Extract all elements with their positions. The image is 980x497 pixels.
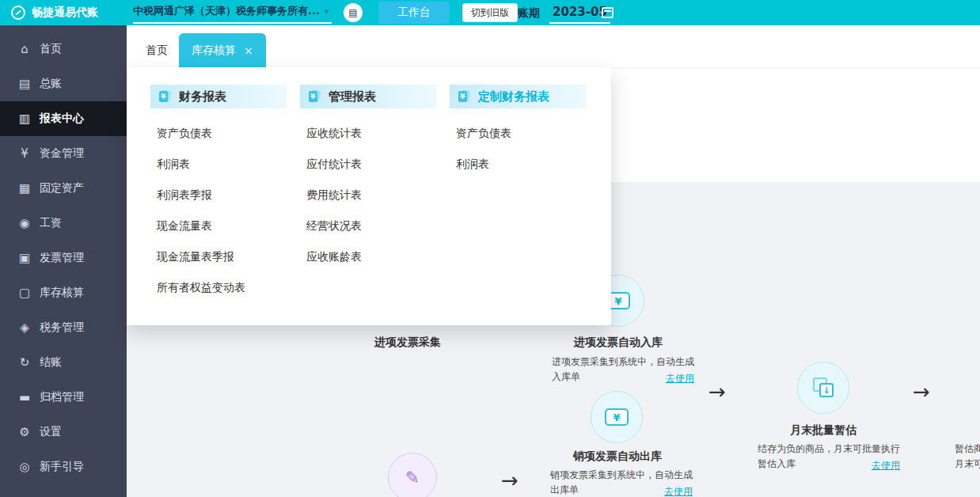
menu-item[interactable]: 应付统计表 xyxy=(306,149,436,180)
sidebar-item-label: 结账 xyxy=(40,355,62,370)
invoice-bill-icon: ¥ xyxy=(605,408,629,426)
use-link-auto-inbound[interactable]: 去使用 xyxy=(666,371,694,386)
logo-icon xyxy=(11,6,25,20)
period-label: 账期 xyxy=(518,0,540,25)
sidebar-item-fixed-assets[interactable]: ▦固定资产 xyxy=(0,171,127,206)
menu-item[interactable]: 现金流量表 xyxy=(157,211,287,241)
calendar-icon[interactable] xyxy=(602,7,613,18)
step-desc-auto-outbound: 销项发票采集到系统中，自动生成出库单 去使用 xyxy=(550,468,694,497)
menu-column-management-reports: ¥ 管理报表 应收统计表应付统计表费用统计表经营状况表应收账龄表 xyxy=(300,85,436,325)
sidebar-item-tax[interactable]: ◈税务管理 xyxy=(0,310,127,345)
use-link-auto-outbound[interactable]: 去使用 xyxy=(664,484,693,497)
sidebar-item-funds[interactable]: ¥资金管理 xyxy=(0,136,127,171)
building-icon: ▦ xyxy=(17,181,32,195)
gear-icon: ⚙ xyxy=(17,425,32,439)
tab-inventory-accounting[interactable]: 库存核算 × xyxy=(179,33,266,67)
month-end-estimate-icon: ↓ xyxy=(797,362,849,414)
download-arrow-icon: ↓ xyxy=(819,383,834,397)
menu-item[interactable]: 现金流量表季报 xyxy=(157,241,287,272)
menu-column-title: 定制财务报表 xyxy=(478,89,549,104)
menu-column-custom-financial-reports: ¥ 定制财务报表 资产负债表利润表 xyxy=(450,85,586,325)
menu-items-management: 应收统计表应付统计表费用统计表经营状况表应收账龄表 xyxy=(300,118,436,272)
sidebar-item-label: 新手引导 xyxy=(40,460,84,474)
menu-column-header: ¥ 定制财务报表 xyxy=(450,85,586,108)
sidebar-item-label: 发票管理 xyxy=(40,251,84,265)
tabbar: 首页 库存核算 × xyxy=(127,25,980,67)
step-desc-auto-inbound: 进项发票采集到系统中，自动生成入库单 去使用 xyxy=(552,355,696,386)
menu-column-title: 财务报表 xyxy=(179,89,226,104)
app-logo: 畅捷通易代账 xyxy=(0,0,127,25)
chevron-down-icon: ▾ xyxy=(325,6,329,17)
step-title-auto-outbound: 销项发票自动出库 xyxy=(550,450,685,464)
company-selector[interactable]: 中税网通广泽（天津）税务师事务所有... ▾ xyxy=(133,0,332,24)
menu-item[interactable]: 经营状况表 xyxy=(306,211,436,241)
sidebar-item-label: 资金管理 xyxy=(40,146,84,161)
document-icon[interactable]: ▤ xyxy=(344,3,363,22)
svg-text:¥: ¥ xyxy=(310,93,316,101)
sidebar-item-general-ledger[interactable]: ▤总账 xyxy=(0,66,127,101)
report-center-megamenu: ¥ 财务报表 资产负债表利润表利润表季报现金流量表现金流量表季报所有者权益变动表… xyxy=(127,67,611,325)
tab-home[interactable]: 首页 xyxy=(133,33,180,67)
sidebar-item-label: 报表中心 xyxy=(40,112,84,126)
output-invoice-collect-icon: ✎ xyxy=(388,453,437,497)
menu-item[interactable]: 利润表 xyxy=(157,149,287,180)
sidebar-item-label: 设置 xyxy=(40,425,62,439)
sidebar-item-report-center[interactable]: ▥报表中心 xyxy=(0,101,127,136)
step-desc-month-end-estimate: 结存为负的商品，月末可批量执行暂估入库 去使用 xyxy=(758,442,902,473)
closing-icon: ↻ xyxy=(17,355,32,370)
step-title-month-end-estimate: 月末批量暂估 xyxy=(756,423,891,438)
menu-item[interactable]: 费用统计表 xyxy=(306,180,436,211)
menu-item[interactable]: 所有者权益变动表 xyxy=(157,272,287,303)
sidebar-item-home[interactable]: ⌂首页 xyxy=(0,32,127,66)
sidebar: 畅捷通易代账 ⌂首页▤总账▥报表中心¥资金管理▦固定资产◉工资▣发票管理▢库存核… xyxy=(0,0,127,497)
sidebar-item-label: 税务管理 xyxy=(40,321,84,335)
home-icon: ⌂ xyxy=(17,42,32,56)
salary-icon: ◉ xyxy=(17,216,32,230)
sidebar-item-label: 首页 xyxy=(40,42,62,56)
logo-text: 畅捷通易代账 xyxy=(32,6,98,20)
company-selector-label: 中税网通广泽（天津）税务师事务所有... xyxy=(133,4,320,18)
sidebar-item-label: 库存核算 xyxy=(40,286,84,300)
batch-stack-icon: ↓ xyxy=(811,377,835,399)
sidebar-nav: ⌂首页▤总账▥报表中心¥资金管理▦固定资产◉工资▣发票管理▢库存核算◈税务管理↻… xyxy=(0,25,127,484)
chart-icon: ▥ xyxy=(17,112,32,126)
flow-arrow-icon: → xyxy=(501,469,518,492)
sidebar-item-closing[interactable]: ↻结账 xyxy=(0,345,127,380)
report-stack-icon: ¥ xyxy=(306,89,322,104)
guide-icon: ◎ xyxy=(17,460,32,474)
ledger-icon: ▤ xyxy=(17,77,32,91)
sidebar-item-guide[interactable]: ◎新手引导 xyxy=(0,450,127,484)
sidebar-item-inventory[interactable]: ▢库存核算 xyxy=(0,275,127,310)
sidebar-item-settings[interactable]: ⚙设置 xyxy=(0,415,127,450)
menu-items-custom: 资产负债表利润表 xyxy=(450,118,586,180)
use-link-month-end-estimate[interactable]: 去使用 xyxy=(872,458,900,473)
menu-item[interactable]: 应收统计表 xyxy=(306,118,436,149)
invoice-icon: ▣ xyxy=(17,251,32,265)
switch-old-version-button[interactable]: 切到旧版 xyxy=(462,3,518,22)
menu-column-financial-reports: ¥ 财务报表 资产负债表利润表利润表季报现金流量表现金流量表季报所有者权益变动表 xyxy=(150,85,287,325)
workbench-button[interactable]: 工作台 xyxy=(378,2,450,24)
menu-column-header: ¥ 财务报表 xyxy=(150,85,287,108)
output-invoice-outbound-icon: ¥ xyxy=(591,391,643,443)
close-icon[interactable]: × xyxy=(244,44,253,57)
flow-arrow-icon: → xyxy=(708,380,726,404)
archive-icon: ▬ xyxy=(17,390,32,404)
step-title-auto-inbound: 进项发票自动入库 xyxy=(551,336,686,350)
report-stack-icon: ¥ xyxy=(456,89,472,104)
partial-right-card-text: 暂估商 月末可 xyxy=(955,442,980,472)
menu-column-header: ¥ 管理报表 xyxy=(300,85,436,108)
money-icon: ¥ xyxy=(17,146,32,161)
sidebar-item-label: 总账 xyxy=(40,77,62,91)
menu-item[interactable]: 应收账龄表 xyxy=(306,241,436,272)
flow-arrow-icon: → xyxy=(913,380,930,404)
tax-icon: ◈ xyxy=(17,321,32,335)
menu-item[interactable]: 利润表 xyxy=(456,149,586,180)
tab-label: 库存核算 xyxy=(192,44,236,58)
sidebar-item-label: 固定资产 xyxy=(40,181,84,195)
sidebar-item-archive[interactable]: ▬归档管理 xyxy=(0,380,127,415)
menu-item[interactable]: 利润表季报 xyxy=(157,180,287,211)
menu-item[interactable]: 资产负债表 xyxy=(157,118,287,149)
sidebar-item-salary[interactable]: ◉工资 xyxy=(0,206,127,241)
sidebar-item-invoice[interactable]: ▣发票管理 xyxy=(0,241,127,275)
menu-item[interactable]: 资产负债表 xyxy=(456,118,586,149)
